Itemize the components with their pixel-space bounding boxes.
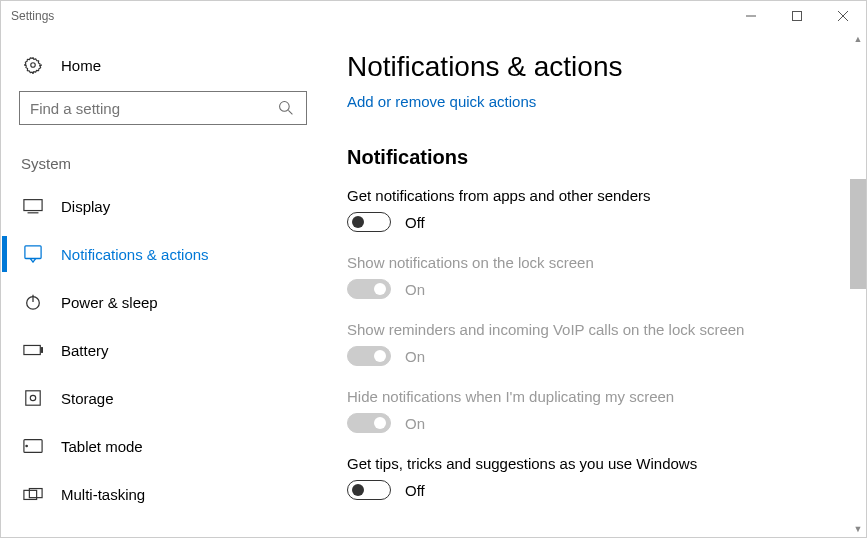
scrollbar[interactable]: ▲ ▼	[850, 31, 866, 537]
svg-rect-13	[41, 348, 43, 353]
setting-label: Get notifications from apps and other se…	[347, 187, 846, 204]
titlebar: Settings	[1, 1, 866, 31]
main-panel: Notifications & actions Add or remove qu…	[321, 31, 866, 537]
setting-label: Show reminders and incoming VoIP calls o…	[347, 321, 846, 338]
toggle-state: Off	[405, 214, 425, 231]
multitasking-icon	[23, 484, 43, 504]
sidebar-item-label: Battery	[61, 342, 109, 359]
close-button[interactable]	[820, 1, 866, 31]
page-title: Notifications & actions	[347, 51, 846, 83]
toggle-state: Off	[405, 482, 425, 499]
setting-lock-screen-notifications: Show notifications on the lock screen On	[347, 254, 846, 299]
home-label: Home	[61, 57, 101, 74]
notification-icon	[23, 244, 43, 264]
setting-label: Get tips, tricks and suggestions as you …	[347, 455, 846, 472]
sidebar-item-display[interactable]: Display	[19, 182, 321, 230]
svg-point-4	[31, 63, 36, 68]
window-title: Settings	[11, 9, 54, 23]
svg-rect-12	[24, 345, 40, 354]
sidebar-item-power[interactable]: Power & sleep	[19, 278, 321, 326]
gear-icon	[23, 55, 43, 75]
setting-voip-lock-screen: Show reminders and incoming VoIP calls o…	[347, 321, 846, 366]
toggle-switch	[347, 346, 391, 366]
scroll-up-icon[interactable]: ▲	[850, 31, 866, 47]
scroll-thumb[interactable]	[850, 179, 866, 289]
sidebar-item-battery[interactable]: Battery	[19, 326, 321, 374]
sidebar-item-label: Display	[61, 198, 110, 215]
sidebar-item-storage[interactable]: Storage	[19, 374, 321, 422]
sidebar: Home System Display Notifications & acti…	[1, 31, 321, 537]
toggle-switch[interactable]	[347, 212, 391, 232]
toggle-state: On	[405, 348, 425, 365]
setting-get-notifications: Get notifications from apps and other se…	[347, 187, 846, 232]
minimize-button[interactable]	[728, 1, 774, 31]
setting-hide-duplicating: Hide notifications when I'm duplicating …	[347, 388, 846, 433]
sidebar-item-multitasking[interactable]: Multi-tasking	[19, 470, 321, 518]
sidebar-item-tablet[interactable]: Tablet mode	[19, 422, 321, 470]
svg-rect-9	[25, 246, 41, 259]
sidebar-item-label: Storage	[61, 390, 114, 407]
battery-icon	[23, 340, 43, 360]
toggle-state: On	[405, 281, 425, 298]
section-label: System	[21, 155, 321, 172]
sidebar-item-notifications[interactable]: Notifications & actions	[19, 230, 321, 278]
toggle-state: On	[405, 415, 425, 432]
sidebar-item-label: Power & sleep	[61, 294, 158, 311]
svg-rect-7	[24, 200, 42, 211]
home-nav[interactable]: Home	[19, 47, 321, 85]
svg-rect-14	[26, 391, 40, 405]
sidebar-item-label: Tablet mode	[61, 438, 143, 455]
search-input-container[interactable]	[19, 91, 307, 125]
storage-icon	[23, 388, 43, 408]
display-icon	[23, 196, 43, 216]
setting-label: Show notifications on the lock screen	[347, 254, 846, 271]
maximize-button[interactable]	[774, 1, 820, 31]
sidebar-item-label: Notifications & actions	[61, 246, 209, 263]
svg-point-15	[30, 395, 35, 400]
quick-actions-link[interactable]: Add or remove quick actions	[347, 93, 846, 110]
search-input[interactable]	[30, 100, 276, 117]
toggle-switch	[347, 413, 391, 433]
power-icon	[23, 292, 43, 312]
svg-line-6	[288, 110, 292, 114]
section-title: Notifications	[347, 146, 846, 169]
svg-point-5	[280, 102, 290, 112]
tablet-icon	[23, 436, 43, 456]
setting-tips-tricks: Get tips, tricks and suggestions as you …	[347, 455, 846, 500]
search-icon	[276, 98, 296, 118]
scroll-down-icon[interactable]: ▼	[850, 521, 866, 537]
setting-label: Hide notifications when I'm duplicating …	[347, 388, 846, 405]
svg-point-17	[26, 445, 27, 446]
toggle-switch[interactable]	[347, 480, 391, 500]
sidebar-item-label: Multi-tasking	[61, 486, 145, 503]
svg-rect-1	[793, 12, 802, 21]
toggle-switch	[347, 279, 391, 299]
